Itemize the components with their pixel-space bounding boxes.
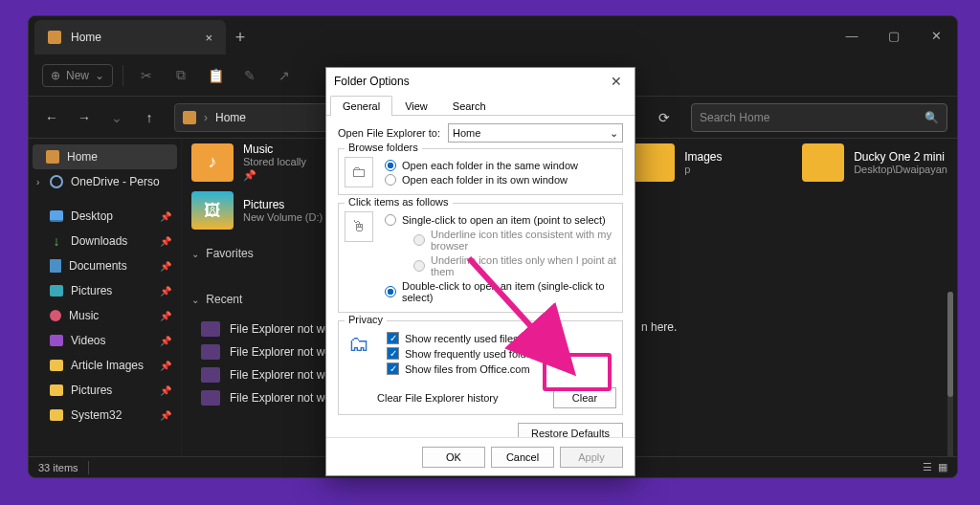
close-tab-icon[interactable]: ×	[205, 31, 212, 45]
radio-label: Single-click to open an item (point to s…	[402, 214, 606, 226]
close-window-button[interactable]: ✕	[915, 16, 957, 55]
back-button[interactable]: ←	[38, 104, 65, 131]
radio-icon	[385, 174, 396, 186]
tile-name: Images	[684, 150, 722, 164]
folder-options-dialog: Folder Options ✕ General View Search Ope…	[325, 67, 635, 476]
checkbox-icon: ✓	[387, 362, 399, 375]
share-icon[interactable]: ↗	[271, 68, 298, 83]
chevron-down-icon: ⌄	[610, 127, 618, 140]
tab-view[interactable]: View	[392, 96, 440, 116]
onedrive-icon	[50, 175, 63, 188]
documents-icon	[50, 259, 61, 273]
pin-icon: 📌	[160, 410, 171, 421]
tile-music[interactable]: ♪ Music Stored locally 📌	[191, 143, 328, 182]
copy-icon[interactable]: ⧉	[167, 67, 194, 83]
sidebar-item-article-images[interactable]: Article Images📌	[29, 353, 181, 378]
scrollbar[interactable]	[947, 292, 953, 456]
dialog-titlebar[interactable]: Folder Options ✕	[326, 68, 635, 95]
sidebar-item-pictures[interactable]: Pictures📌	[29, 278, 181, 303]
radio-same-window[interactable]: Open each folder in the same window	[385, 160, 616, 171]
tab-general[interactable]: General	[330, 96, 392, 116]
view-list-icon[interactable]: ☰	[923, 461, 932, 473]
folder-icon	[50, 360, 63, 371]
tile-pictures[interactable]: 🖼 Pictures New Volume (D:)	[191, 191, 345, 230]
tile-sub: p	[684, 164, 722, 175]
browse-icon: 🗀	[345, 157, 373, 187]
sidebar-item-documents[interactable]: Documents📌	[29, 253, 181, 278]
radio-icon	[385, 160, 396, 171]
sidebar-item-music[interactable]: Music📌	[29, 303, 181, 328]
status-items: 33 items	[38, 462, 78, 473]
home-icon	[48, 31, 61, 44]
radio-label: Open each folder in the same window	[402, 160, 578, 171]
check-label: Show frequently used folders	[405, 348, 541, 360]
tile-images[interactable]: Images p	[633, 143, 769, 182]
dialog-title: Folder Options	[334, 75, 410, 88]
view-details-icon[interactable]: ▦	[938, 461, 947, 473]
tile-name: Pictures	[243, 198, 323, 211]
new-tab-button[interactable]: +	[226, 20, 255, 55]
chevron-down-icon: ⌄	[191, 295, 199, 305]
search-input[interactable]: Search Home 🔍	[691, 103, 947, 132]
sidebar-item-label: Article Images	[71, 359, 144, 372]
radio-single-click[interactable]: Single-click to open an item (point to s…	[385, 214, 616, 226]
desktop-icon	[50, 210, 63, 222]
folder-icon	[50, 384, 63, 396]
recent-locations-button[interactable]: ⌄	[103, 104, 130, 131]
chevron-right-icon: ›	[204, 111, 208, 124]
sidebar-item-label: Desktop	[71, 209, 113, 223]
pin-icon: 📌	[160, 286, 171, 296]
forward-button[interactable]: →	[71, 104, 98, 131]
minimize-button[interactable]: —	[831, 16, 873, 55]
sidebar-item-label: Music	[69, 309, 99, 322]
pin-icon: 📌	[160, 336, 171, 346]
pin-icon: 📌	[160, 361, 171, 371]
tab-search[interactable]: Search	[440, 96, 499, 116]
click-icon: 🖱	[345, 211, 373, 242]
apply-button[interactable]: Apply	[560, 447, 623, 468]
sidebar-item-videos[interactable]: Videos📌	[29, 328, 181, 353]
sidebar-item-home[interactable]: Home	[33, 144, 177, 169]
file-icon	[201, 367, 220, 383]
tile-name: Music	[243, 143, 306, 156]
sidebar-item-pictures-folder[interactable]: Pictures📌	[29, 378, 181, 403]
maximize-button[interactable]: ▢	[873, 16, 915, 55]
open-to-combo[interactable]: Home ⌄	[448, 123, 623, 143]
ok-button[interactable]: OK	[422, 447, 485, 468]
check-label: Show files from Office.com	[405, 363, 530, 375]
new-button[interactable]: ⊕ New ⌄	[42, 64, 113, 87]
sidebar-item-downloads[interactable]: ↓Downloads📌	[29, 229, 181, 253]
paste-icon[interactable]: 📋	[202, 68, 229, 83]
pin-icon: 📌	[160, 385, 171, 396]
radio-icon	[385, 214, 396, 226]
tab-home[interactable]: Home ×	[34, 20, 226, 55]
cut-icon[interactable]: ✂	[133, 68, 160, 83]
restore-defaults-button[interactable]: Restore Defaults	[518, 423, 623, 437]
chevron-down-icon: ⌄	[191, 249, 199, 259]
refresh-button[interactable]: ⟳	[651, 110, 678, 125]
tile-ducky[interactable]: Ducky One 2 mini Desktop\Dwaipayan	[802, 143, 947, 182]
dialog-footer: OK Cancel Apply	[326, 437, 635, 475]
pin-icon: 📌	[160, 261, 171, 272]
scrollbar-thumb[interactable]	[947, 292, 953, 397]
breadcrumb-home[interactable]: Home	[215, 111, 246, 124]
radio-own-window[interactable]: Open each folder in its own window	[385, 174, 616, 186]
home-icon	[183, 111, 196, 124]
radio-underline-browser: Underline icon titles consistent with my…	[413, 229, 616, 252]
close-icon[interactable]: ✕	[606, 71, 627, 92]
chevron-right-icon[interactable]: ›	[36, 177, 39, 187]
sidebar-item-desktop[interactable]: Desktop📌	[29, 204, 181, 229]
rename-icon[interactable]: ✎	[236, 68, 263, 83]
folder-icon	[802, 143, 844, 182]
pin-icon: 📌	[160, 211, 171, 222]
sidebar-item-system32[interactable]: System32📌	[29, 403, 181, 428]
check-recent-files[interactable]: ✓Show recently used files	[387, 332, 616, 344]
open-to-label: Open File Explorer to:	[338, 127, 440, 139]
tile-name: Ducky One 2 mini	[854, 150, 947, 164]
cancel-button[interactable]: Cancel	[491, 447, 554, 468]
sidebar-item-onedrive[interactable]: › OneDrive - Perso	[29, 169, 181, 194]
annotation-highlight	[543, 353, 612, 391]
pictures-folder-icon: 🖼	[191, 191, 234, 230]
up-button[interactable]: ↑	[136, 104, 163, 131]
radio-double-click[interactable]: Double-click to open an item (single-cli…	[385, 280, 616, 303]
